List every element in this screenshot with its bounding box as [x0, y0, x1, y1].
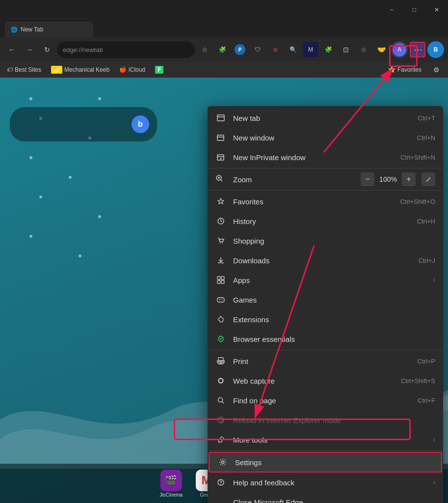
- menu-divider: [208, 190, 443, 191]
- menu-shortcut: Ctrl+T: [418, 114, 435, 122]
- settings-icon[interactable]: ⚙: [428, 62, 444, 78]
- menu-item-history[interactable]: History Ctrl+H: [208, 211, 443, 231]
- menu-label: Web capture: [233, 377, 395, 385]
- web-capture-icon: [215, 375, 226, 386]
- star-button[interactable]: ☆: [197, 42, 212, 57]
- bookmark-mechanical-keeb[interactable]: 📁 Mechanical Keeb: [48, 65, 112, 75]
- zoom-out-button[interactable]: −: [361, 172, 374, 186]
- menu-item-inprivate[interactable]: New InPrivate window Ctrl+Shift+N: [208, 147, 443, 167]
- collections-button[interactable]: ☆: [356, 42, 371, 57]
- content-area: b New tab Ctrl+T: [0, 78, 448, 503]
- forward-button[interactable]: →: [22, 42, 37, 57]
- bookmark-icloud[interactable]: 🍎 iCloud: [116, 65, 148, 74]
- menu-shortcut: Ctrl+N: [417, 134, 435, 141]
- svg-line-31: [222, 402, 224, 404]
- bookmark-f[interactable]: F: [152, 65, 166, 75]
- menu-item-browser-essentials[interactable]: Browser essentials: [208, 329, 443, 349]
- menu-button[interactable]: ⋯: [410, 42, 425, 57]
- adblock-icon[interactable]: ⊘: [267, 42, 283, 57]
- menu-item-web-capture[interactable]: Web capture Ctrl+Shift+S: [208, 371, 443, 391]
- menu-item-shopping[interactable]: Shopping: [208, 231, 443, 251]
- history-icon: [215, 216, 226, 226]
- search-ext-icon[interactable]: 🔍: [285, 42, 301, 57]
- menu-item-more-tools[interactable]: More tools ›: [208, 430, 443, 449]
- zoom-controls: − 100% + ⤢: [361, 172, 435, 186]
- toolbar: ← → ↻ edge://newtab ☆ 🧩 P 🛡 ⊘ 🔍 M 🧩 ⊡ ☆ …: [0, 37, 448, 62]
- zoom-row: Zoom − 100% + ⤢: [208, 169, 443, 189]
- title-bar: − □ ✕: [0, 0, 448, 20]
- menu-item-settings[interactable]: Settings: [209, 452, 442, 473]
- share-button[interactable]: 🤝: [373, 42, 389, 57]
- svg-rect-20: [217, 298, 224, 302]
- arrow-icon: ›: [433, 277, 435, 283]
- favorites-icon: [215, 196, 226, 207]
- jiocinema-icon: 🎬: [160, 470, 182, 491]
- close-button[interactable]: ✕: [425, 0, 448, 20]
- decoration-dot: [29, 97, 32, 100]
- menu-label: Apps: [233, 276, 429, 284]
- maximize-button[interactable]: □: [403, 0, 425, 20]
- back-button[interactable]: ←: [4, 42, 20, 57]
- menu-item-new-window[interactable]: New window Ctrl+N: [208, 128, 443, 147]
- zoom-fullscreen-button[interactable]: ⤢: [422, 172, 435, 186]
- bing-icon: b: [132, 115, 149, 133]
- menu-divider: [208, 350, 443, 350]
- minimize-button[interactable]: −: [380, 0, 403, 20]
- tab-bar: 🌐 New Tab: [0, 20, 448, 37]
- decoration-dot: [29, 235, 32, 238]
- menu-label: Print: [233, 357, 412, 365]
- address-bar[interactable]: edge://newtab: [57, 41, 195, 58]
- extension-button[interactable]: 🧩: [214, 42, 230, 57]
- menu-label: Close Microsoft Edge: [233, 498, 435, 503]
- magic-ext-icon[interactable]: M: [303, 42, 318, 57]
- menu-item-apps[interactable]: Apps ›: [208, 270, 443, 290]
- close-edge-icon: [215, 497, 226, 503]
- menu-label: Extensions: [233, 315, 435, 324]
- browser-essentials-icon: [215, 334, 226, 344]
- menu-label: Reload in Internet Explorer mode: [233, 416, 435, 424]
- menu-item-favorites[interactable]: Favorites Ctrl+Shift+O: [208, 192, 443, 211]
- refresh-button[interactable]: ↻: [39, 42, 55, 57]
- extensions-icon: [215, 314, 226, 325]
- menu-item-new-tab[interactable]: New tab Ctrl+T: [208, 108, 443, 128]
- menu-item-print[interactable]: Print Ctrl+P: [208, 351, 443, 371]
- taskbar-jiocinema[interactable]: 🎬 JioCinema: [157, 469, 186, 498]
- menu-item-help[interactable]: Help and feedback ›: [208, 473, 443, 492]
- menu-label: Downloads: [233, 256, 413, 265]
- profile-button[interactable]: B: [427, 41, 444, 58]
- menu-item-find-on-page[interactable]: Find on page Ctrl+F: [208, 391, 443, 410]
- bookmark-label: iCloud: [129, 66, 145, 73]
- arrow-icon: ›: [433, 436, 435, 443]
- menu-item-extensions[interactable]: Extensions: [208, 309, 443, 329]
- menu-label: New tab: [233, 114, 412, 122]
- menu-item-downloads[interactable]: Downloads Ctrl+J: [208, 251, 443, 270]
- bookmark-label: Best Sites: [15, 66, 41, 73]
- menu-label: Favorites: [233, 197, 394, 206]
- ublock-icon[interactable]: 🛡: [250, 42, 265, 57]
- svg-rect-19: [221, 280, 224, 283]
- svg-point-6: [220, 158, 222, 160]
- shopping-icon: [215, 235, 226, 246]
- arrow-icon: ›: [433, 479, 435, 486]
- bookmarks-bar: 🏷 Best Sites 📁 Mechanical Keeb 🍎 iCloud …: [0, 62, 448, 78]
- menu-label: Settings: [235, 458, 433, 467]
- puzzle-icon[interactable]: 🧩: [320, 42, 336, 57]
- zoom-in-button[interactable]: +: [402, 172, 416, 186]
- menu-item-games[interactable]: Games: [208, 290, 443, 309]
- svg-line-8: [221, 180, 223, 182]
- bookmark-favorites[interactable]: ⭐ Favorites: [385, 65, 424, 74]
- menu-label: Find on page: [233, 396, 412, 405]
- copilot-button[interactable]: A: [391, 41, 408, 58]
- context-menu: New tab Ctrl+T New window Ctrl+N: [208, 106, 443, 503]
- menu-shortcut: Ctrl+Shift+N: [400, 154, 435, 161]
- svg-point-13: [222, 243, 223, 244]
- menu-item-close-edge[interactable]: Close Microsoft Edge: [208, 492, 443, 503]
- svg-rect-17: [221, 277, 224, 279]
- menu-label: New window: [233, 134, 411, 142]
- menu-label: History: [233, 217, 411, 225]
- active-tab[interactable]: 🌐 New Tab: [5, 22, 93, 37]
- menu-shortcut: Ctrl+P: [418, 358, 435, 365]
- bookmark-best-sites[interactable]: 🏷 Best Sites: [4, 65, 44, 74]
- sidebar-toggle[interactable]: ⊡: [338, 42, 354, 57]
- bing-search-bar[interactable]: b: [10, 107, 157, 141]
